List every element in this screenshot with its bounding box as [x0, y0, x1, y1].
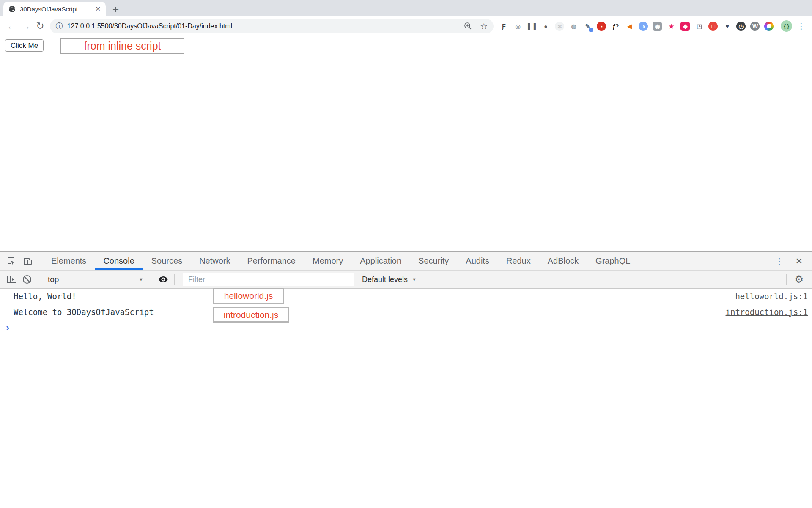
bug-icon[interactable]: ●: [541, 22, 550, 31]
console-toolbar-divider: [174, 274, 175, 285]
console-prompt[interactable]: ›: [0, 320, 812, 333]
console-sidebar-toggle-icon[interactable]: [4, 271, 19, 288]
log-levels-label: Default levels: [362, 275, 408, 284]
tab-performance[interactable]: Performance: [239, 252, 304, 270]
spiral-icon[interactable]: ◎: [513, 22, 522, 31]
camera-icon[interactable]: ◉: [653, 22, 662, 31]
source-link[interactable]: introduction.js:1: [726, 307, 808, 317]
execution-context-label: top: [48, 275, 59, 284]
tab-adblock[interactable]: AdBlock: [539, 252, 587, 270]
tab-network[interactable]: Network: [191, 252, 239, 270]
tab-console[interactable]: Console: [95, 252, 143, 270]
filter-input[interactable]: [183, 273, 354, 286]
tab-memory[interactable]: Memory: [304, 252, 351, 270]
toolbar-divider: [777, 21, 777, 31]
pink-square-icon[interactable]: ◆: [680, 22, 690, 31]
eyedropper-icon[interactable]: ✎: [583, 22, 592, 31]
live-expression-eye-icon[interactable]: [156, 271, 171, 288]
url-text: 127.0.0.1:5500/30DaysOfJavaScript/01-Day…: [67, 22, 464, 30]
click-me-button[interactable]: Click Me: [5, 39, 44, 52]
stop-hand-icon[interactable]: ▪: [597, 22, 606, 31]
dotted-circle-icon[interactable]: ◍: [569, 22, 578, 31]
execution-context-select[interactable]: top ▼: [42, 271, 148, 288]
devtools-divider: [39, 256, 39, 267]
web-page-content: Click Me from inline script: [0, 36, 812, 251]
devtools-panel: ElementsConsoleSourcesNetworkPerformance…: [0, 251, 812, 508]
devtools-tabs: ElementsConsoleSourcesNetworkPerformance…: [43, 252, 639, 270]
gauge-icon[interactable]: ◷: [736, 22, 746, 31]
browser-menu-kebab-icon[interactable]: ⋮: [797, 21, 805, 31]
device-toolbar-icon[interactable]: [19, 252, 36, 270]
devtools-tab-bar: ElementsConsoleSourcesNetworkPerformance…: [0, 252, 812, 271]
console-rows: Hello, World!helloworld.js:1Welcome to 3…: [0, 289, 812, 320]
log-message: Welcome to 30DaysOfJavaScript: [14, 307, 726, 317]
console-toolbar-divider: [152, 274, 152, 285]
devtools-divider: [765, 256, 765, 267]
console-log-row: Welcome to 30DaysOfJavaScriptintroductio…: [0, 304, 812, 320]
tab-application[interactable]: Application: [351, 252, 410, 270]
tab-security[interactable]: Security: [410, 252, 457, 270]
back-icon[interactable]: ←: [4, 20, 19, 32]
console-prompt-chevron-icon: ›: [6, 322, 9, 333]
zoom-icon[interactable]: [464, 22, 472, 30]
console-toolbar-divider: [786, 274, 787, 285]
pipes-icon[interactable]: ◳: [694, 22, 704, 31]
devtools-tabbar-right: ⋮ ✕: [762, 256, 809, 267]
tab-favicon-globe-icon: [8, 6, 16, 13]
new-tab-button[interactable]: +: [112, 4, 119, 15]
f-brackets-icon[interactable]: Ƒ: [499, 22, 508, 31]
forward-icon[interactable]: →: [19, 20, 33, 32]
reload-icon[interactable]: ↻: [33, 20, 47, 32]
pink-star-icon[interactable]: ★: [667, 22, 676, 31]
rainbow-ring-icon[interactable]: [764, 22, 774, 31]
heart-search-icon[interactable]: ♥: [722, 22, 732, 31]
log-message: Hello, World!: [14, 292, 735, 301]
browser-tab[interactable]: 30DaysOfJavaScript ✕: [3, 2, 106, 16]
extensions-bar: Ƒ◎▌▐●∗◍✎▪ƒ?◀◑◉★◆◳□♥◷W: [499, 22, 774, 31]
clear-console-icon[interactable]: [19, 271, 35, 288]
source-link[interactable]: helloworld.js:1: [735, 292, 808, 301]
console-messages: Hello, World!helloworld.js:1Welcome to 3…: [0, 289, 812, 333]
chevron-down-icon: ▼: [412, 277, 417, 282]
bookmark-star-icon[interactable]: ☆: [480, 21, 488, 31]
tab-sources[interactable]: Sources: [143, 252, 191, 270]
profile-avatar[interactable]: { }: [781, 20, 792, 32]
console-toolbar-divider: [38, 274, 38, 285]
inline-script-banner: from inline script: [60, 38, 184, 54]
blue-swirl-icon[interactable]: ◑: [639, 22, 648, 31]
tab-graphql[interactable]: GraphQL: [587, 252, 639, 270]
tab-title: 30DaysOfJavaScript: [20, 6, 91, 13]
console-toolbar: top ▼ Default levels ▼ ⚙: [0, 271, 812, 289]
w-circle-icon[interactable]: W: [750, 22, 760, 31]
tab-redux[interactable]: Redux: [498, 252, 539, 270]
tab-audits[interactable]: Audits: [457, 252, 498, 270]
tab-elements[interactable]: Elements: [43, 252, 95, 270]
site-info-icon[interactable]: ⓘ: [56, 21, 63, 31]
console-log-row: Hello, World!helloworld.js:1: [0, 289, 812, 304]
address-bar[interactable]: ⓘ 127.0.0.1:5500/30DaysOfJavaScript/01-D…: [50, 19, 494, 33]
red-ring-icon[interactable]: □: [708, 22, 718, 31]
inspect-element-icon[interactable]: [3, 252, 19, 270]
megaphone-icon[interactable]: ◀: [625, 22, 634, 31]
browser-tab-strip: 30DaysOfJavaScript ✕ +: [0, 0, 812, 16]
tab-close-icon[interactable]: ✕: [95, 5, 101, 13]
flower-grid-icon[interactable]: ∗: [555, 22, 564, 31]
fn-question-icon[interactable]: ƒ?: [611, 22, 620, 31]
log-levels-select[interactable]: Default levels ▼: [362, 275, 417, 284]
devtools-close-icon[interactable]: ✕: [789, 256, 809, 266]
columns-icon[interactable]: ▌▐: [527, 22, 536, 31]
chevron-down-icon: ▼: [139, 277, 143, 282]
console-settings-gear-icon[interactable]: ⚙: [794, 273, 804, 285]
devtools-menu-kebab-icon[interactable]: ⋮: [769, 256, 789, 266]
browser-toolbar: ← → ↻ ⓘ 127.0.0.1:5500/30DaysOfJavaScrip…: [0, 16, 812, 36]
